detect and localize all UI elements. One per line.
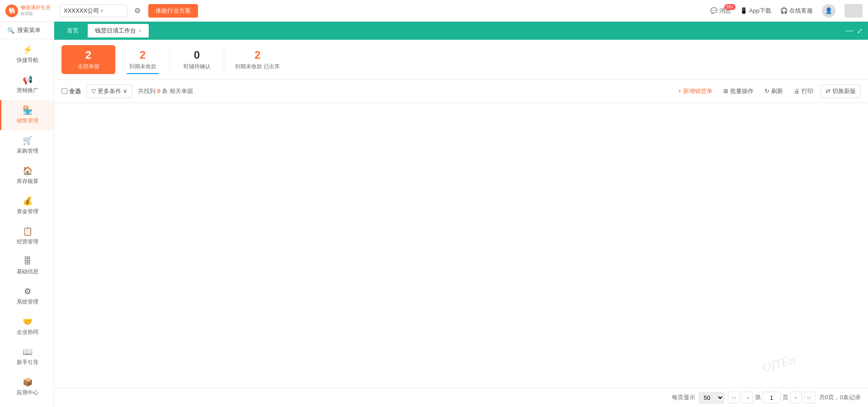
system-icon: ⚙	[24, 286, 31, 296]
sidebar-item-inventory[interactable]: 🏠 库存核算	[0, 160, 54, 191]
next-page-button[interactable]: ▸	[790, 392, 802, 403]
first-page-button[interactable]: |◂	[728, 392, 740, 403]
tab-workbench-label: 钱货日清工作台	[95, 27, 136, 35]
batch-operation-button[interactable]: ⊞ 批量操作	[720, 85, 757, 97]
add-sales-order-button[interactable]: + 新增销货单	[675, 85, 716, 97]
sidebar-label-app-center: 应用中心	[17, 389, 38, 397]
sidebar-item-purchase[interactable]: 🛒 采购管理	[0, 130, 54, 160]
trial-button[interactable]: 体验行业方案	[148, 4, 198, 18]
per-page-select[interactable]: 50 100 200	[699, 392, 724, 403]
sidebar-label-guide: 新手引导	[17, 359, 38, 366]
print-button[interactable]: 🖨 打印	[790, 85, 817, 97]
page-suffix: 页	[783, 393, 788, 402]
page-number-input[interactable]	[763, 392, 781, 403]
prev-page-button[interactable]: ◂	[741, 392, 753, 403]
search-menu[interactable]: 🔍 搜索菜单	[0, 22, 54, 39]
sidebar-label-operations: 经营管理	[17, 238, 38, 246]
search-icon: 🔍	[7, 27, 14, 34]
logo-text: 畅捷通好生意	[21, 5, 51, 10]
online-service-action[interactable]: 🎧 在线客服	[780, 7, 813, 15]
stat-wangwang-number: 0	[194, 49, 200, 62]
per-page-label: 每页显示	[672, 393, 695, 402]
stats-row: 2 全部单据 2 到期未收款 0 旺辅待确认 2 到期未收款 已出库	[54, 40, 868, 80]
app-center-icon: 📦	[23, 377, 33, 387]
marketing-icon: 📢	[23, 75, 33, 85]
tab-maximize-button[interactable]: ⤢	[857, 27, 863, 35]
sidebar: 🔍 搜索菜单 ⚡ 快捷导航 📢 营销推广 🏪 销售管理 🛒 采购管理 🏠 库存核…	[0, 22, 54, 407]
app-download-action[interactable]: 📱 App下载	[740, 7, 771, 15]
page-content: 2 全部单据 2 到期未收款 0 旺辅待确认 2 到期未收款 已出库	[54, 40, 868, 407]
refresh-button[interactable]: ↻ 刷新	[761, 85, 787, 97]
stat-overdue-unpaid[interactable]: 2 到期未收款	[116, 45, 170, 74]
table-area	[54, 103, 868, 388]
app-download-label: App下载	[749, 7, 771, 15]
sidebar-item-marketing[interactable]: 📢 营销推广	[0, 70, 54, 100]
stat-all[interactable]: 2 全部单据	[61, 45, 116, 74]
search-menu-label: 搜索菜单	[17, 26, 41, 34]
select-all-checkbox[interactable]	[61, 88, 67, 94]
stat-unshipped-number: 2	[255, 49, 260, 62]
tab-workbench[interactable]: 钱货日清工作台 ×	[88, 24, 149, 37]
message-action[interactable]: 💬 消息 99+	[710, 7, 731, 15]
page-label: 第	[755, 393, 761, 402]
sidebar-label-purchase: 采购管理	[17, 147, 38, 155]
pagination-bar: 每页显示 50 100 200 |◂ ◂ 第 页 ▸ ▸| 共0页，0条记录	[54, 388, 868, 407]
total-info: 共0页，0条记录	[819, 393, 861, 402]
switch-label: 切换新版	[832, 87, 856, 95]
headset-icon: 🎧	[780, 7, 788, 14]
content-area: 首页 钱货日清工作台 × — ⤢ 2 全部单据 2 到期未收款	[54, 22, 868, 407]
batch-label: 批量操作	[730, 87, 754, 95]
stat-underline	[127, 73, 159, 74]
sidebar-item-base-info[interactable]: 🗄 基础信息	[0, 251, 54, 281]
message-badge: 99+	[724, 4, 736, 10]
tab-minimize-button[interactable]: —	[846, 27, 853, 35]
header-right: 💬 消息 99+ 📱 App下载 🎧 在线客服 👤	[710, 4, 863, 18]
sidebar-label-base-info: 基础信息	[17, 268, 38, 276]
sidebar-item-guide[interactable]: 📖 新手引导	[0, 342, 54, 372]
sidebar-item-finance[interactable]: 💰 资金管理	[0, 191, 54, 221]
sidebar-item-app-center[interactable]: 📦 应用中心	[0, 372, 54, 402]
sidebar-label-inventory: 库存核算	[17, 178, 38, 185]
page-nav: |◂ ◂ 第 页 ▸ ▸|	[728, 392, 816, 403]
sidebar-label-enterprise: 企业协同	[17, 328, 38, 336]
sidebar-label-marketing: 营销推广	[17, 87, 38, 94]
settings-button[interactable]: ⚙	[130, 4, 145, 18]
sidebar-item-quick-nav[interactable]: ⚡ 快捷导航	[0, 39, 54, 70]
tab-close-icon[interactable]: ×	[139, 28, 142, 33]
last-page-button[interactable]: ▸|	[804, 392, 816, 403]
user-icon: 👤	[825, 7, 832, 14]
switch-version-button[interactable]: ⇄ 切换新版	[821, 84, 861, 98]
purchase-icon: 🛒	[23, 136, 33, 145]
main-layout: 🔍 搜索菜单 ⚡ 快捷导航 📢 营销推广 🏪 销售管理 🛒 采购管理 🏠 库存核…	[0, 22, 868, 407]
sidebar-item-wechat[interactable]: 💬 企业微信	[0, 402, 54, 407]
quick-nav-icon: ⚡	[23, 45, 33, 55]
base-info-icon: 🗄	[24, 257, 32, 266]
select-all-label: 全选	[69, 87, 81, 95]
sidebar-label-quick-nav: 快捷导航	[17, 56, 38, 64]
stat-unshipped-label: 到期未收款 已出库	[235, 63, 280, 70]
found-count: 0	[157, 88, 160, 94]
enterprise-icon: 🤝	[23, 317, 33, 327]
switch-icon: ⇄	[826, 88, 830, 94]
company-selector[interactable]: XXXXXX公司 ▾	[60, 5, 127, 17]
inventory-icon: 🏠	[23, 166, 33, 176]
phone-icon: 📱	[740, 7, 747, 14]
sidebar-item-sales[interactable]: 🏪 销售管理	[0, 100, 54, 130]
sidebar-item-operations[interactable]: 📋 经营管理	[0, 221, 54, 251]
stat-overdue-unshipped[interactable]: 2 到期未收款 已出库	[224, 45, 291, 74]
refresh-icon: ↻	[764, 88, 769, 94]
found-text: 共找到 0 条 相关单据	[138, 87, 193, 95]
select-all-area[interactable]: 全选	[61, 87, 81, 95]
sidebar-label-system: 系统管理	[17, 298, 38, 306]
tab-home[interactable]: 首页	[60, 24, 86, 37]
filter-button[interactable]: ▽ 更多条件 ∨	[86, 84, 132, 98]
stat-overdue-label: 到期未收款	[129, 63, 156, 70]
stat-wangwang[interactable]: 0 旺辅待确认	[170, 45, 224, 74]
sidebar-label-finance: 资金管理	[17, 208, 38, 215]
sidebar-item-system[interactable]: ⚙ 系统管理	[0, 281, 54, 311]
sidebar-item-enterprise[interactable]: 🤝 企业协同	[0, 311, 54, 342]
avatar[interactable]: 👤	[822, 4, 835, 18]
print-icon: 🖨	[794, 88, 800, 94]
tab-bar: 首页 钱货日清工作台 × — ⤢	[54, 22, 868, 40]
company-name: XXXXXX公司	[64, 7, 99, 15]
